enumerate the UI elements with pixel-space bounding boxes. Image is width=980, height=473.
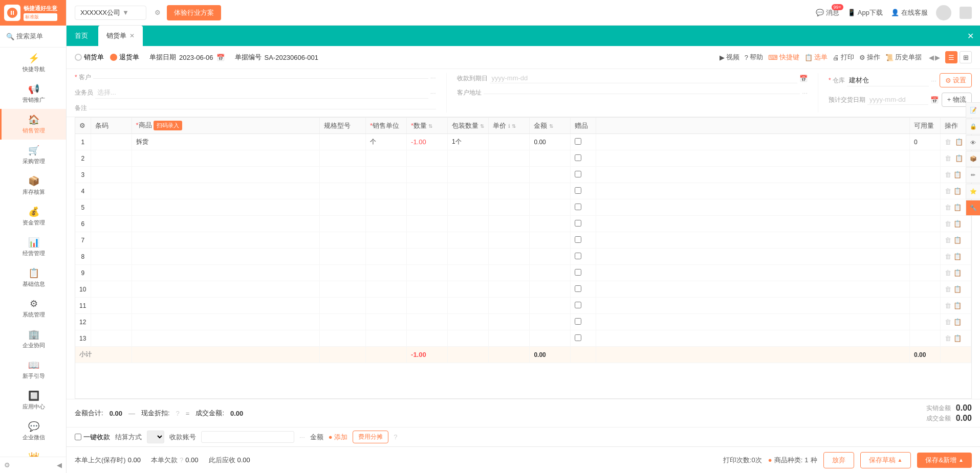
- save-new-button[interactable]: 保存&新增 ▲: [917, 453, 972, 468]
- delete-icon[interactable]: 🗑: [945, 236, 951, 244]
- customer-address-more-icon[interactable]: ···: [802, 89, 808, 97]
- row-unit[interactable]: 个: [366, 134, 407, 150]
- sidebar-item-system[interactable]: ⚙ 系统管理: [0, 293, 66, 324]
- copy-icon[interactable]: 📋: [953, 334, 962, 342]
- rp-edit-button[interactable]: ✏: [966, 167, 980, 183]
- row-pkg-qty[interactable]: [448, 150, 489, 167]
- fee-help-icon[interactable]: ?: [394, 433, 397, 441]
- copy-icon[interactable]: 📋: [953, 220, 962, 228]
- copy-icon[interactable]: 📋: [953, 269, 962, 277]
- save-draft-button[interactable]: 保存草稿 ▲: [860, 452, 911, 468]
- delete-icon[interactable]: 🗑: [945, 187, 951, 195]
- account-input[interactable]: [201, 431, 294, 443]
- video-action[interactable]: ▶ 视频: [720, 53, 739, 62]
- row-amount[interactable]: [530, 150, 571, 167]
- copy-icon[interactable]: 📋: [953, 285, 962, 293]
- row-unit[interactable]: [366, 150, 407, 167]
- row-gift[interactable]: [571, 134, 596, 150]
- row-spec[interactable]: [320, 150, 366, 167]
- row-amount[interactable]: 0.00: [530, 134, 571, 150]
- row-pkg-qty[interactable]: 1个: [448, 134, 489, 150]
- sidebar-item-wechat[interactable]: 💬 企业微信: [0, 416, 66, 446]
- calendar-icon[interactable]: 📅: [216, 54, 225, 61]
- abandon-button[interactable]: 放弃: [823, 452, 854, 468]
- gift-checkbox[interactable]: [575, 269, 581, 276]
- expected-delivery-input[interactable]: yyyy-mm-dd: [867, 95, 928, 105]
- row-price[interactable]: [489, 134, 530, 150]
- grid-view-button[interactable]: ⊞: [960, 51, 972, 63]
- delete-icon[interactable]: 🗑: [945, 220, 951, 228]
- tab-close-icon[interactable]: ✕: [129, 32, 135, 39]
- gift-checkbox[interactable]: [575, 285, 581, 292]
- row-product[interactable]: 拆货: [132, 134, 320, 150]
- print-action[interactable]: 🖨 打印: [833, 53, 854, 62]
- delete-icon[interactable]: 🗑: [945, 269, 951, 277]
- sidebar-item-sales[interactable]: 🏠 销售管理: [0, 109, 66, 140]
- row-gift[interactable]: [571, 150, 596, 167]
- sidebar-item-marketing[interactable]: 📢 营销推广: [0, 78, 66, 109]
- delete-icon[interactable]: 🗑: [945, 334, 951, 342]
- online-service-button[interactable]: 👤 在线客服: [891, 8, 928, 17]
- scan-button[interactable]: 扫码录入: [154, 121, 182, 130]
- sidebar-item-purchase[interactable]: 🛒 采购管理: [0, 140, 66, 170]
- sidebar-item-apps[interactable]: 🔲 应用中心: [0, 385, 66, 416]
- sidebar-item-operations[interactable]: 📊 经营管理: [0, 232, 66, 262]
- row-qty[interactable]: [407, 150, 448, 167]
- gift-checkbox[interactable]: [575, 187, 581, 194]
- rp-lock-button[interactable]: 🔒: [966, 119, 980, 134]
- app-download-button[interactable]: 📱 App下载: [847, 8, 883, 17]
- copy-icon[interactable]: 📋: [953, 171, 962, 178]
- row-spec[interactable]: [320, 134, 366, 150]
- radio-sales-order[interactable]: 销货单: [75, 53, 104, 62]
- row-qty[interactable]: -1.00: [407, 134, 448, 150]
- due-date-input[interactable]: yyyy-mm-dd: [490, 73, 798, 83]
- row-barcode[interactable]: [91, 134, 132, 150]
- copy-icon[interactable]: 📋: [953, 318, 962, 326]
- sidebar-search[interactable]: 🔍 搜索菜单: [0, 26, 66, 48]
- customer-address-input[interactable]: [484, 92, 800, 94]
- delete-icon[interactable]: 🗑: [945, 138, 951, 146]
- rp-star-button[interactable]: ⭐: [966, 184, 980, 199]
- pick-action[interactable]: 📋 选单: [804, 53, 827, 62]
- salesperson-more-icon[interactable]: ···: [430, 89, 436, 97]
- settings-gear-icon[interactable]: ⚙: [4, 461, 10, 469]
- delete-icon[interactable]: 🗑: [945, 253, 951, 260]
- copy-icon[interactable]: 📋: [953, 253, 962, 260]
- user-menu-icon[interactable]: [960, 7, 972, 19]
- gift-checkbox[interactable]: [575, 220, 581, 227]
- copy-icon[interactable]: 📋: [953, 302, 962, 309]
- cash-discount-help[interactable]: ?: [176, 410, 180, 417]
- notes-input[interactable]: [89, 107, 436, 109]
- close-window-icon[interactable]: ✕: [967, 32, 974, 40]
- gift-checkbox[interactable]: [575, 334, 581, 341]
- delete-icon[interactable]: 🗑: [945, 154, 951, 162]
- account-more-icon[interactable]: ···: [299, 433, 305, 441]
- expected-delivery-calendar-icon[interactable]: 📅: [930, 96, 939, 104]
- tab-home[interactable]: 首页: [67, 26, 96, 46]
- row-barcode[interactable]: [91, 150, 132, 167]
- row-product[interactable]: [132, 150, 320, 167]
- rp-orange-button[interactable]: 🔧: [966, 200, 980, 216]
- gift-checkbox[interactable]: [575, 318, 581, 325]
- th-gear[interactable]: ⚙: [75, 118, 91, 134]
- sidebar-item-inventory[interactable]: 📦 库存核算: [0, 170, 66, 201]
- due-date-calendar-icon[interactable]: 📅: [799, 75, 808, 82]
- sidebar-item-guide[interactable]: 📖 新手引导: [0, 354, 66, 385]
- warehouse-more-icon[interactable]: ···: [931, 77, 937, 84]
- rp-box-button[interactable]: 📦: [966, 151, 980, 167]
- salesperson-input[interactable]: 选择...: [95, 87, 428, 99]
- user-avatar[interactable]: [936, 5, 951, 20]
- gift-checkbox[interactable]: [575, 154, 581, 161]
- customer-input[interactable]: [93, 76, 428, 79]
- message-button[interactable]: 💬 消息 99+: [816, 8, 839, 17]
- delete-icon[interactable]: 🗑: [945, 204, 951, 211]
- gift-checkbox[interactable]: [575, 204, 581, 210]
- delete-icon[interactable]: 🗑: [945, 318, 951, 326]
- collapse-icon[interactable]: ◀: [57, 461, 62, 469]
- rp-note-button[interactable]: 📝: [966, 102, 980, 118]
- fee-split-button[interactable]: 费用分摊: [353, 431, 388, 443]
- sidebar-item-enterprise[interactable]: 🏢 企业协同: [0, 324, 66, 354]
- delete-icon[interactable]: 🗑: [945, 285, 951, 293]
- gift-checkbox[interactable]: [575, 171, 581, 177]
- current-missing-help[interactable]: ?: [180, 456, 183, 464]
